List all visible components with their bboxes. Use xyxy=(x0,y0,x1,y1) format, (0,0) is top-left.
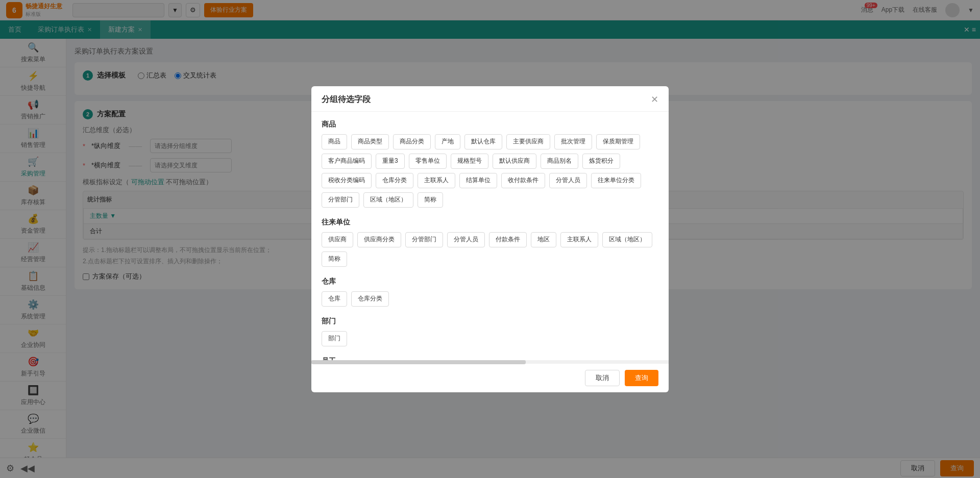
field-tag[interactable]: 仓库分类 xyxy=(376,173,413,188)
partner-fields: 供应商 供应商分类 分管部门 分管人员 付款条件 地区 主联系人 区域（地区） … xyxy=(322,232,658,267)
field-tag[interactable]: 主联系人 xyxy=(418,173,455,188)
field-tag[interactable]: 客户商品编码 xyxy=(322,154,372,169)
field-tag[interactable]: 主联系人 xyxy=(560,232,598,247)
modal-header: 分组待选字段 ✕ xyxy=(311,86,669,112)
field-tag[interactable]: 地区 xyxy=(531,232,556,247)
field-tag[interactable]: 商品别名 xyxy=(541,154,578,169)
field-tag[interactable]: 往来单位分类 xyxy=(591,173,641,188)
section-warehouse-title: 仓库 xyxy=(322,277,658,286)
field-tag[interactable]: 商品类型 xyxy=(351,134,389,149)
field-tag[interactable]: 区域（地区） xyxy=(602,232,652,247)
modal-confirm-button[interactable]: 查询 xyxy=(625,370,658,386)
field-tag[interactable]: 保质期管理 xyxy=(596,134,640,149)
field-tag[interactable]: 默认供应商 xyxy=(493,154,536,169)
field-tag[interactable]: 规格型号 xyxy=(451,154,488,169)
department-fields: 部门 xyxy=(322,331,658,346)
field-tag[interactable]: 收付款条件 xyxy=(501,173,545,188)
field-tag[interactable]: 主要供应商 xyxy=(506,134,550,149)
field-tag[interactable]: 商品 xyxy=(322,134,347,149)
field-tag[interactable]: 供应商 xyxy=(322,232,353,247)
field-tag[interactable]: 税收分类编码 xyxy=(322,173,372,188)
field-tag[interactable]: 结算单位 xyxy=(459,173,497,188)
field-tag[interactable]: 仓库分类 xyxy=(351,291,389,307)
section-warehouse: 仓库 仓库 仓库分类 xyxy=(322,277,658,307)
section-department: 部门 部门 xyxy=(322,317,658,346)
section-goods: 商品 商品 商品类型 商品分类 产地 默认仓库 主要供应商 批次管理 保质期管理… xyxy=(322,120,658,208)
modal-overlay: 分组待选字段 ✕ 商品 商品 商品类型 商品分类 产地 默认仓库 主要供应商 批… xyxy=(0,0,980,478)
section-employee: 员工 业务员 xyxy=(322,357,658,360)
warehouse-fields: 仓库 仓库分类 xyxy=(322,291,658,307)
section-goods-title: 商品 xyxy=(322,120,658,129)
field-tag[interactable]: 产地 xyxy=(435,134,460,149)
field-tag[interactable]: 重量3 xyxy=(376,154,405,169)
field-tag[interactable]: 零售单位 xyxy=(409,154,447,169)
modal-h-scrollbar[interactable] xyxy=(311,360,669,363)
field-tag[interactable]: 商品分类 xyxy=(393,134,431,149)
field-tag[interactable]: 批次管理 xyxy=(554,134,592,149)
field-tag[interactable]: 默认仓库 xyxy=(464,134,502,149)
modal-cancel-button[interactable]: 取消 xyxy=(585,370,620,386)
field-tag[interactable]: 付款条件 xyxy=(489,232,527,247)
field-tag[interactable]: 分管人员 xyxy=(549,173,587,188)
field-tag[interactable]: 炼货积分 xyxy=(582,154,620,169)
section-partner-title: 往来单位 xyxy=(322,218,658,227)
modal-footer: 取消 查询 xyxy=(311,363,669,392)
modal-title: 分组待选字段 xyxy=(322,94,371,105)
section-partner: 往来单位 供应商 供应商分类 分管部门 分管人员 付款条件 地区 主联系人 区域… xyxy=(322,218,658,267)
field-tag[interactable]: 简称 xyxy=(322,251,347,267)
field-tag[interactable]: 分管人员 xyxy=(447,232,485,247)
h-scrollbar-thumb xyxy=(311,360,526,364)
field-tag[interactable]: 仓库 xyxy=(322,291,347,307)
goods-fields: 商品 商品类型 商品分类 产地 默认仓库 主要供应商 批次管理 保质期管理 客户… xyxy=(322,134,658,208)
field-tag[interactable]: 部门 xyxy=(322,331,347,346)
modal-close-button[interactable]: ✕ xyxy=(651,95,658,104)
modal-dialog: 分组待选字段 ✕ 商品 商品 商品类型 商品分类 产地 默认仓库 主要供应商 批… xyxy=(311,86,669,392)
section-department-title: 部门 xyxy=(322,317,658,326)
modal-body: 商品 商品 商品类型 商品分类 产地 默认仓库 主要供应商 批次管理 保质期管理… xyxy=(311,112,669,360)
field-tag[interactable]: 分管部门 xyxy=(405,232,443,247)
field-tag[interactable]: 简称 xyxy=(418,192,443,208)
field-tag[interactable]: 区域（地区） xyxy=(363,192,413,208)
section-employee-title: 员工 xyxy=(322,357,658,360)
field-tag[interactable]: 分管部门 xyxy=(322,192,359,208)
field-tag[interactable]: 供应商分类 xyxy=(357,232,401,247)
